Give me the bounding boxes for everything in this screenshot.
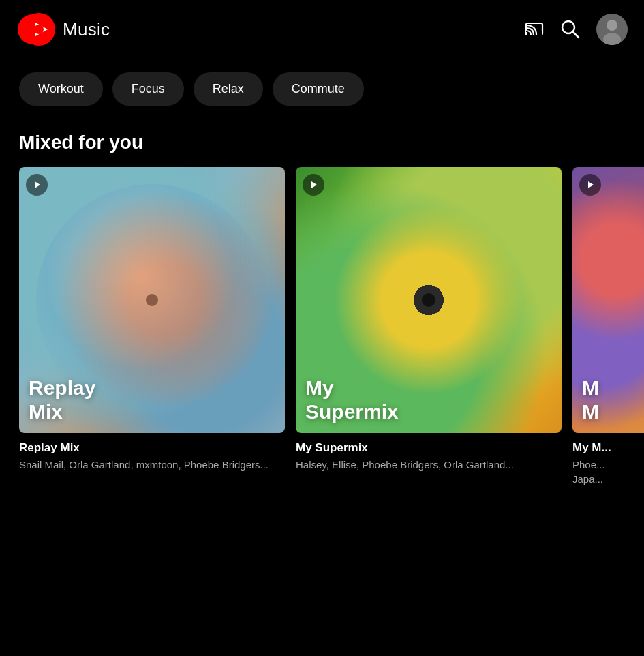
disc-center-supermix [422, 293, 435, 307]
card-artwork-supermix: My Supermix [296, 167, 562, 433]
play-button-overlay[interactable] [26, 174, 48, 196]
svg-marker-17 [311, 181, 317, 188]
chip-focus[interactable]: Focus [112, 72, 184, 106]
card-meta-replay: Replay Mix Snail Mail, Orla Gartland, mx… [19, 433, 285, 475]
search-icon [559, 18, 581, 40]
card-artwork-replay: Replay Mix [19, 167, 285, 433]
chip-commute[interactable]: Commute [273, 72, 364, 106]
card-title-third: My M... [572, 441, 644, 455]
avatar-button[interactable] [596, 14, 628, 45]
card-subtitle-replay: Snail Mail, Orla Gartland, mxmtoon, Phoe… [19, 458, 285, 472]
card-title-supermix: My Supermix [296, 441, 562, 455]
card-my-mix-partial[interactable]: M M My M... Phoe...Japa... [572, 167, 644, 489]
svg-point-7 [34, 25, 44, 34]
app-title: Music [63, 19, 110, 40]
chip-relax[interactable]: Relax [194, 72, 263, 106]
card-replay-mix[interactable]: Replay Mix Replay Mix Snail Mail, Orla G… [19, 167, 285, 489]
card-meta-supermix: My Supermix Halsey, Ellise, Phoebe Bridg… [296, 433, 562, 475]
svg-point-14 [607, 20, 617, 31]
play-icon [585, 179, 596, 190]
card-label-supermix: My Supermix [305, 376, 399, 423]
user-avatar [596, 14, 628, 45]
chip-workout[interactable]: Workout [19, 72, 103, 106]
cards-row: Replay Mix Replay Mix Snail Mail, Orla G… [0, 167, 644, 489]
card-title-replay: Replay Mix [19, 441, 285, 455]
header-right [524, 14, 628, 45]
card-meta-third: My M... Phoe...Japa... [572, 433, 644, 489]
card-my-supermix[interactable]: My Supermix My Supermix Halsey, Ellise, … [296, 167, 562, 489]
card-subtitle-supermix: Halsey, Ellise, Phoebe Bridgers, Orla Ga… [296, 458, 562, 472]
category-chips-row: Workout Focus Relax Commute [0, 59, 644, 125]
svg-line-12 [573, 32, 579, 38]
card-label-replay: Replay Mix [29, 376, 95, 423]
search-button[interactable] [559, 18, 581, 40]
cast-button[interactable] [524, 19, 545, 40]
play-button-overlay-third[interactable] [579, 174, 601, 196]
yt-music-logo-icon [22, 12, 56, 46]
card-artwork-third: M M [572, 167, 644, 433]
section-title: Mixed for you [0, 125, 644, 167]
card-subtitle-third: Phoe...Japa... [572, 458, 644, 486]
svg-marker-16 [35, 181, 40, 188]
play-icon [31, 179, 42, 190]
play-icon [308, 179, 319, 190]
cast-icon [524, 19, 545, 40]
disc-center [146, 294, 158, 306]
avatar-image [596, 14, 628, 45]
svg-marker-18 [588, 181, 594, 188]
yt-music-logo: Music [16, 12, 110, 46]
app-header: Music [0, 0, 644, 59]
header-left: Music [16, 12, 110, 46]
play-button-overlay-supermix[interactable] [303, 174, 324, 196]
card-label-third: M M [582, 376, 599, 423]
